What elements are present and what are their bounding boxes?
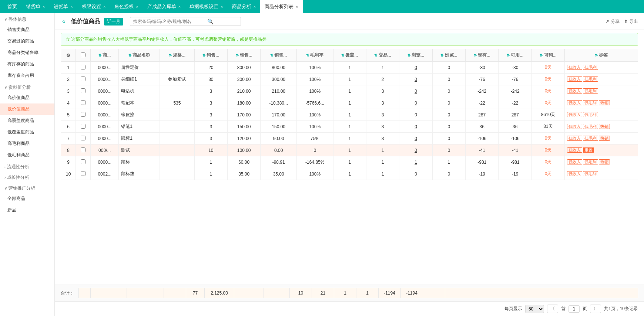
cell-checkbox[interactable] xyxy=(76,133,91,145)
nav-permission[interactable]: 权限设置 × xyxy=(77,0,110,13)
col-sale-qty[interactable]: ⇅ 销售... xyxy=(194,49,227,62)
nav-role[interactable]: 角色授权 × xyxy=(110,0,142,13)
col-view1[interactable]: ⇅ 浏览... xyxy=(399,49,432,62)
row-checkbox[interactable] xyxy=(81,65,85,69)
tag-low-profit: 低毛利 xyxy=(583,88,598,94)
close-role-icon[interactable]: × xyxy=(136,4,138,9)
per-page-select[interactable]: 50 100 200 xyxy=(525,305,544,313)
row-checkbox[interactable] xyxy=(81,147,85,152)
next-page-btn[interactable]: 〉 xyxy=(590,305,601,313)
sidebar-item-high-value[interactable]: 高价值商品 xyxy=(0,92,54,103)
sidebar-group-contribution[interactable]: ∨ 贡献值分析 xyxy=(0,81,54,92)
sidebar-group-overall[interactable]: ∨ 整体信息 xyxy=(0,13,54,24)
nav-sales[interactable]: 销货单 × xyxy=(21,0,49,13)
col-current[interactable]: ⇅ 现有... xyxy=(466,49,499,62)
close-product-analysis-list-icon[interactable]: × xyxy=(296,4,298,9)
view1-link[interactable]: 0 xyxy=(415,148,417,153)
view1-link[interactable]: 0 xyxy=(415,89,417,94)
close-purchase-icon[interactable]: × xyxy=(70,4,73,9)
sidebar-item-all-goods[interactable]: 全部商品 xyxy=(0,193,54,204)
nav-product-analysis[interactable]: 商品分析 × xyxy=(228,0,260,13)
view1-link[interactable]: 0 xyxy=(415,136,417,141)
col-sale-amt[interactable]: ⇅ 销售... xyxy=(228,49,261,62)
cell-view2: 0 xyxy=(432,121,465,133)
col-spec[interactable]: ⇅ 规格... xyxy=(160,49,194,62)
close-permission-icon[interactable]: × xyxy=(103,4,105,9)
cell-checkbox[interactable] xyxy=(76,156,91,168)
nav-product-analysis-list[interactable]: 商品分析列表 × xyxy=(260,0,302,13)
view1-link[interactable]: 0 xyxy=(415,171,417,177)
col-settings[interactable]: ⚙ xyxy=(61,49,76,62)
col-available[interactable]: ⇅ 可用... xyxy=(499,49,531,62)
col-tags[interactable]: ⇅ 标签 xyxy=(565,49,638,62)
sidebar-group-growth[interactable]: › 成长性分析 xyxy=(0,171,54,182)
nav-purchase[interactable]: 进货单 × xyxy=(49,0,77,13)
close-product-in-icon[interactable]: × xyxy=(178,4,181,9)
cell-days: 0天 xyxy=(531,62,564,74)
row-checkbox[interactable] xyxy=(81,136,85,140)
cell-checkbox[interactable] xyxy=(76,145,91,156)
col-coverage[interactable]: ⇅ 覆盖... xyxy=(333,49,366,62)
sidebar-item-sales-goods[interactable]: 销售类商品 xyxy=(0,24,54,35)
table-header-row: ⚙ ⇅ 商... ⇅ 商品名称 ⇅ 规格... ⇅ 销售... ⇅ 销售... … xyxy=(61,49,638,62)
col-checkbox[interactable] xyxy=(76,49,91,62)
col-trade[interactable]: ⇅ 交易... xyxy=(366,49,399,62)
sidebar-group-circulation[interactable]: › 流通性分析 xyxy=(0,161,54,171)
view1-link[interactable]: 0 xyxy=(415,112,417,118)
close-template-icon[interactable]: × xyxy=(221,4,223,9)
nav-home[interactable]: 首页 xyxy=(3,0,21,13)
row-checkbox[interactable] xyxy=(81,88,85,93)
sidebar-group-marketing[interactable]: ∨ 营销推广分析 xyxy=(0,182,54,193)
sidebar-item-low-profit[interactable]: 低毛利商品 xyxy=(0,149,54,161)
share-btn[interactable]: ↗ 分享 xyxy=(606,18,620,25)
cell-checkbox[interactable] xyxy=(76,121,91,133)
view1-link[interactable]: 1 xyxy=(415,160,417,165)
export-btn[interactable]: ⬆ 导出 xyxy=(624,18,638,25)
sidebar-item-category-rate[interactable]: 商品分类销售率 xyxy=(0,47,54,58)
page-number-input[interactable] xyxy=(568,305,580,313)
sidebar-item-new-goods[interactable]: 新品 xyxy=(0,204,54,216)
sidebar-item-low-coverage[interactable]: 低覆盖度商品 xyxy=(0,126,54,138)
sidebar-item-stock-goods[interactable]: 有库存的商品 xyxy=(0,58,54,70)
view1-link[interactable]: 0 xyxy=(415,65,417,70)
close-product-analysis-icon[interactable]: × xyxy=(254,4,256,9)
col-saleable[interactable]: ⇅ 可销... xyxy=(531,49,564,62)
cell-checkbox[interactable] xyxy=(76,109,91,121)
col-view2[interactable]: ⇅ 浏览... xyxy=(432,49,465,62)
cell-checkbox[interactable] xyxy=(76,62,91,74)
sidebar-item-low-value[interactable]: 低价值商品 xyxy=(0,103,54,115)
first-page-btn[interactable]: 〈 xyxy=(547,305,558,313)
sidebar-item-high-profit[interactable]: 高毛利商品 xyxy=(0,138,54,149)
close-sales-icon[interactable]: × xyxy=(43,4,45,9)
col-sale-cost[interactable]: ⇅ 销售... xyxy=(261,49,297,62)
row-checkbox[interactable] xyxy=(81,124,85,129)
row-checkbox[interactable] xyxy=(81,159,85,164)
cell-checkbox[interactable] xyxy=(76,168,91,180)
view1-link[interactable]: 0 xyxy=(415,77,417,82)
col-name[interactable]: ⇅ 商品名称 xyxy=(119,49,160,62)
search-input[interactable] xyxy=(133,19,207,24)
cell-spec xyxy=(160,133,194,145)
row-checkbox[interactable] xyxy=(81,100,85,105)
col-margin[interactable]: ⇅ 毛利率 xyxy=(296,49,333,62)
row-checkbox[interactable] xyxy=(81,112,85,117)
col-code[interactable]: ⇅ 商... xyxy=(91,49,119,62)
select-all-checkbox[interactable] xyxy=(81,52,85,57)
row-checkbox[interactable] xyxy=(81,77,85,81)
cell-checkbox[interactable] xyxy=(76,74,91,85)
sidebar-item-high-coverage[interactable]: 高覆盖度商品 xyxy=(0,115,54,126)
row-checkbox[interactable] xyxy=(81,171,85,176)
sidebar-collapse-btn[interactable]: « xyxy=(61,18,67,25)
sidebar-item-stock-capital[interactable]: 库存资金占用 xyxy=(0,70,54,81)
cell-num: 9 xyxy=(61,156,76,168)
summary-current: -1194 xyxy=(379,288,401,298)
view1-link[interactable]: 0 xyxy=(415,124,417,129)
view1-link[interactable]: 0 xyxy=(415,101,417,106)
nav-product-in[interactable]: 产成品入库单 × xyxy=(143,0,185,13)
cell-checkbox[interactable] xyxy=(76,85,91,97)
sidebar-item-traded-goods[interactable]: 交易过的商品 xyxy=(0,35,54,47)
search-icon[interactable]: 🔍 xyxy=(207,18,214,24)
nav-template[interactable]: 单据模板设置 × xyxy=(185,0,227,13)
cell-checkbox[interactable] xyxy=(76,97,91,109)
time-filter-btn[interactable]: 近一月 xyxy=(104,18,123,26)
